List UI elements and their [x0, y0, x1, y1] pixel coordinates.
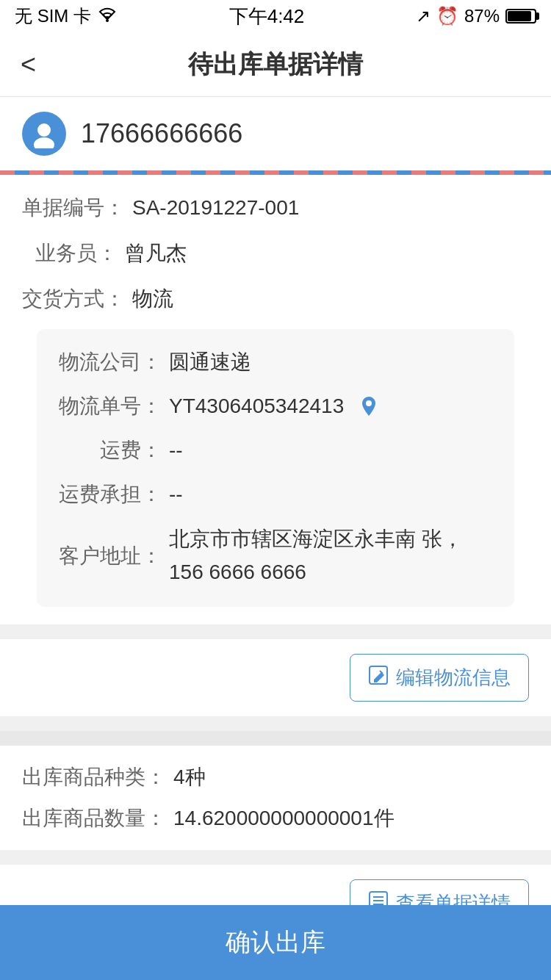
- edit-icon: [368, 665, 389, 691]
- goods-section: 出库商品种类： 4种 出库商品数量： 14.620000000000001件: [0, 746, 551, 850]
- freight-value: --: [162, 435, 492, 466]
- confirm-button-wrap: 确认出库: [0, 905, 551, 980]
- freight-bear-value: --: [162, 479, 492, 510]
- main-content: 17666666666 单据编号： SA-20191227-001 业务员： 曾…: [0, 97, 551, 980]
- edit-button-label: 编辑物流信息: [396, 665, 511, 691]
- carrier-label: 无 SIM 卡: [15, 4, 91, 28]
- delivery-method-value: 物流: [125, 284, 529, 314]
- document-no-row: 单据编号： SA-20191227-001: [22, 192, 529, 223]
- alarm-icon: ⏰: [436, 6, 458, 26]
- edit-button-container: 编辑物流信息: [0, 639, 551, 716]
- freight-bear-row: 运费承担： --: [59, 479, 492, 510]
- delivery-method-row: 交货方式： 物流: [22, 284, 529, 314]
- customer-phone: 17666666666: [81, 118, 242, 149]
- status-time: 下午4:42: [229, 4, 305, 29]
- status-bar: 无 SIM 卡 下午4:42 ↗ ⏰ 87%: [0, 0, 551, 32]
- sales-person-label: 业务员：: [22, 238, 118, 269]
- sales-person-row: 业务员： 曾凡杰: [22, 238, 529, 269]
- location-status-icon: ↗: [416, 6, 431, 26]
- status-left: 无 SIM 卡: [15, 4, 118, 28]
- logistics-company-value: 圆通速递: [162, 347, 492, 378]
- freight-row: 运费： --: [59, 435, 492, 466]
- tracking-no-label: 物流单号：: [59, 391, 162, 422]
- logistics-card: 物流公司： 圆通速递 物流单号： YT4306405342413 运费：: [37, 329, 514, 607]
- svg-point-2: [34, 137, 54, 148]
- status-right: ↗ ⏰ 87%: [416, 6, 536, 26]
- page-title: 待出库单据详情: [188, 48, 363, 82]
- document-no-value: SA-20191227-001: [125, 192, 529, 223]
- freight-bear-label: 运费承担：: [59, 479, 162, 510]
- goods-type-label: 出库商品种类：: [22, 763, 166, 791]
- address-value: 北京市市辖区海淀区永丰南 张，156 6666 6666: [162, 523, 492, 589]
- map-pin-icon[interactable]: [356, 393, 382, 419]
- customer-section: 17666666666: [0, 97, 551, 170]
- svg-point-1: [37, 123, 51, 137]
- document-no-label: 单据编号：: [22, 192, 125, 223]
- delivery-method-label: 交货方式：: [22, 284, 125, 314]
- basic-info-card: 单据编号： SA-20191227-001 业务员： 曾凡杰 交货方式： 物流 …: [0, 175, 551, 624]
- edit-logistics-button[interactable]: 编辑物流信息: [350, 654, 529, 702]
- nav-bar: < 待出库单据详情: [0, 32, 551, 97]
- logistics-company-label: 物流公司：: [59, 347, 162, 378]
- address-row: 客户地址： 北京市市辖区海淀区永丰南 张，156 6666 6666: [59, 523, 492, 589]
- goods-quantity-row: 出库商品数量： 14.620000000000001件: [22, 804, 529, 832]
- goods-type-value: 4种: [166, 763, 206, 791]
- goods-type-row: 出库商品种类： 4种: [22, 763, 529, 791]
- goods-quantity-label: 出库商品数量：: [22, 804, 166, 832]
- goods-quantity-value: 14.620000000000001件: [166, 804, 395, 832]
- tracking-no-value: YT4306405342413: [162, 391, 344, 422]
- section-divider: [0, 731, 551, 746]
- address-label: 客户地址：: [59, 541, 162, 572]
- freight-label: 运费：: [59, 435, 162, 466]
- tracking-no-row: 物流单号： YT4306405342413: [59, 391, 492, 422]
- logistics-company-row: 物流公司： 圆通速递: [59, 347, 492, 378]
- sales-person-value: 曾凡杰: [118, 238, 529, 269]
- wifi-icon: [97, 6, 118, 26]
- battery-icon: [505, 9, 536, 24]
- avatar: [22, 112, 66, 156]
- confirm-button[interactable]: 确认出库: [0, 926, 551, 959]
- svg-point-0: [106, 19, 109, 22]
- tracking-row-content: YT4306405342413: [162, 391, 382, 422]
- svg-point-3: [366, 400, 372, 406]
- back-button[interactable]: <: [21, 49, 36, 80]
- battery-percent: 87%: [464, 6, 500, 26]
